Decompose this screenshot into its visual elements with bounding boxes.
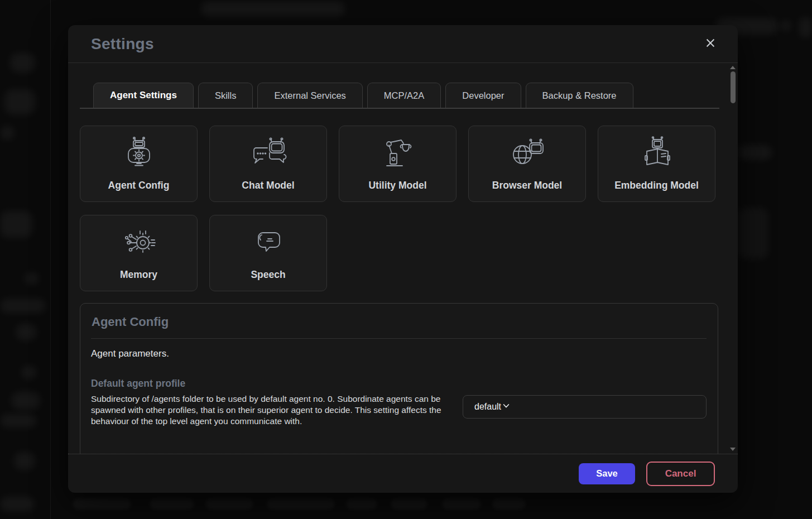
tab-bar: Agent Settings Skills External Services … — [80, 83, 719, 108]
modal-footer: Save Cancel — [68, 454, 738, 493]
card-speech[interactable]: Speech — [209, 215, 327, 291]
background-blur-blob — [16, 324, 37, 340]
card-label: Chat Model — [242, 180, 294, 191]
tab-skills[interactable]: Skills — [198, 83, 253, 108]
cancel-button[interactable]: Cancel — [646, 462, 715, 486]
close-button[interactable] — [702, 36, 719, 52]
globe-robot-icon — [507, 136, 547, 173]
scrollbar[interactable] — [729, 64, 736, 453]
modal-content: Agent Settings Skills External Services … — [68, 63, 738, 454]
section-title: Agent Config — [91, 315, 707, 329]
settings-card-grid: Agent Config Chat Model — [80, 126, 719, 291]
card-label: Utility Model — [368, 180, 426, 191]
background-blur-blob — [738, 145, 772, 160]
save-button[interactable]: Save — [579, 463, 635, 484]
card-agent-config[interactable]: Agent Config — [80, 126, 198, 202]
card-label: Browser Model — [492, 180, 562, 191]
card-embedding-model[interactable]: Embedding Model — [598, 126, 715, 202]
background-blur-chip — [73, 498, 131, 510]
field-label-default-agent-profile: Default agent profile — [91, 378, 707, 390]
chevron-down-icon — [501, 401, 511, 413]
background-blur-blob — [0, 497, 35, 511]
modal-title: Settings — [91, 35, 154, 53]
field-description: Subdirectory of /agents folder to be use… — [91, 393, 453, 427]
circuit-gear-icon — [119, 225, 159, 262]
robot-book-icon — [637, 136, 677, 173]
background-blur-chip — [205, 498, 253, 510]
background-blur-chip — [150, 498, 194, 510]
field-row: Subdirectory of /agents folder to be use… — [91, 393, 707, 427]
scrollbar-thumb[interactable] — [731, 71, 736, 103]
background-blur-blob — [799, 17, 812, 38]
background-blur-blob — [0, 299, 46, 313]
tab-backup-restore[interactable]: Backup & Restore — [526, 83, 633, 108]
agent-config-section: Agent Config Agent parameters. Default a… — [80, 303, 718, 454]
speech-bubble-icon — [248, 225, 289, 262]
card-label: Embedding Model — [614, 180, 699, 191]
background-blur-chip — [442, 498, 481, 510]
card-label: Memory — [120, 269, 157, 281]
chat-robot-icon — [248, 136, 289, 173]
background-blur-blob — [21, 366, 37, 379]
background-blur-blob — [0, 126, 15, 140]
tab-mcp-a2a[interactable]: MCP/A2A — [367, 83, 441, 108]
background-blur-blob — [780, 20, 791, 31]
default-agent-profile-select[interactable]: default — [463, 395, 707, 419]
scroll-down-icon[interactable] — [730, 448, 736, 451]
tab-agent-settings[interactable]: Agent Settings — [93, 83, 194, 108]
section-subtitle: Agent parameters. — [91, 348, 707, 359]
tab-developer[interactable]: Developer — [445, 83, 521, 108]
background-blur-chip — [391, 498, 427, 510]
card-memory[interactable]: Memory — [80, 215, 198, 291]
background-blur-blob — [738, 208, 768, 259]
background-blur-blob — [25, 272, 39, 285]
modal-header: Settings — [68, 25, 738, 63]
robot-arm-icon — [378, 136, 418, 173]
robot-config-icon — [119, 136, 159, 173]
background-blur-chip — [267, 498, 335, 510]
card-chat-model[interactable]: Chat Model — [209, 126, 327, 202]
select-value: default — [474, 402, 501, 412]
card-label: Speech — [251, 269, 285, 281]
card-browser-model[interactable]: Browser Model — [468, 126, 586, 202]
tab-external-services[interactable]: External Services — [257, 83, 362, 108]
close-icon — [704, 37, 717, 51]
background-sidebar-divider — [50, 0, 51, 519]
background-blur-blob — [10, 53, 35, 73]
card-label: Agent Config — [108, 180, 170, 191]
background-blur-chip — [346, 498, 377, 510]
background-blur-blob — [0, 414, 37, 427]
background-blur-blob — [201, 1, 345, 17]
background-blur-blob — [0, 211, 32, 238]
background-blur-blob — [11, 392, 40, 410]
scroll-up-icon[interactable] — [730, 66, 736, 69]
background-blur-chip — [492, 498, 526, 510]
background-blur-blob — [4, 89, 35, 114]
card-utility-model[interactable]: Utility Model — [339, 126, 457, 202]
settings-modal: Settings Agent Settings Skills External … — [68, 25, 738, 493]
section-divider — [91, 338, 707, 339]
tab-bar-underline — [80, 108, 719, 109]
background-blur-blob — [14, 452, 35, 470]
